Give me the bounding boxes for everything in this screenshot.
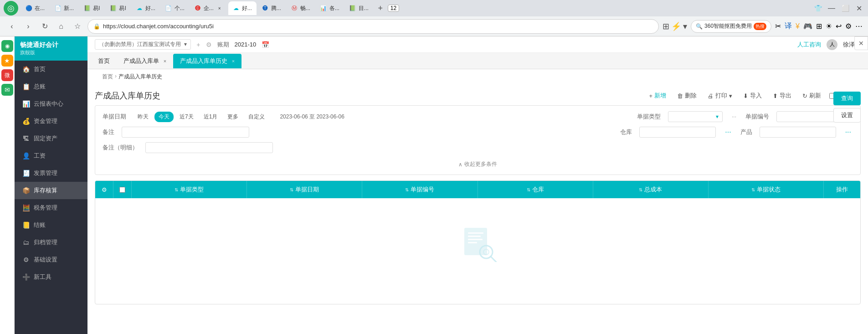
refresh-nav-button[interactable]: ↻ bbox=[38, 20, 51, 33]
theme-icon[interactable]: ☀ bbox=[826, 22, 832, 31]
company-settings-icon[interactable]: ⚙ bbox=[206, 41, 212, 48]
nav-item-home[interactable]: 🏠 首页 bbox=[15, 61, 87, 78]
select-all-checkbox[interactable] bbox=[119, 187, 125, 193]
tab-2[interactable]: 📗 易I bbox=[79, 1, 104, 15]
nav-item-closing[interactable]: 📒 结账 bbox=[15, 216, 87, 234]
nav-item-reports[interactable]: 📊 云报表中心 bbox=[15, 95, 87, 113]
date-btn-today[interactable]: 今天 bbox=[154, 112, 174, 122]
right-toolbar: ✂ 译 ¥ 🎮 ⊞ ☀ ↩ ⚙ ⋯ bbox=[775, 21, 863, 31]
nav-item-invoice[interactable]: 🧾 发票管理 bbox=[15, 164, 87, 182]
th-gear[interactable]: ⚙ bbox=[95, 181, 113, 198]
tab-0[interactable]: 🔵 在... bbox=[21, 1, 49, 15]
add-button[interactable]: + 新增 bbox=[646, 90, 669, 102]
translate-icon[interactable]: 译 bbox=[785, 21, 792, 31]
warehouse-filter-input[interactable] bbox=[639, 127, 716, 138]
remark-detail-filter-input[interactable] bbox=[145, 142, 273, 153]
import-button[interactable]: ⬇ 导入 bbox=[740, 90, 765, 102]
date-filter-label: 单据日期 bbox=[103, 113, 126, 121]
th-date[interactable]: ⇅ 单据日期 bbox=[247, 181, 362, 198]
refresh-button[interactable]: ↻ 刷新 bbox=[800, 90, 824, 102]
tab-9[interactable]: Ⓜ 畅... bbox=[287, 1, 315, 15]
user-avatar[interactable]: 人 bbox=[827, 39, 837, 50]
nav-item-tax[interactable]: 🧮 税务管理 bbox=[15, 199, 87, 216]
bookmark-button[interactable]: ☆ bbox=[71, 20, 84, 33]
yuan-icon[interactable]: ¥ bbox=[796, 22, 800, 31]
game-icon[interactable]: 🎮 bbox=[803, 22, 812, 31]
forward-button[interactable]: › bbox=[22, 20, 35, 33]
lightning-icon[interactable]: ⚡ bbox=[671, 21, 681, 31]
warehouse-dots[interactable]: ··· bbox=[723, 128, 733, 136]
breadcrumb-home[interactable]: 首页 bbox=[102, 73, 113, 81]
nav-item-salary[interactable]: 👤 工资 bbox=[15, 147, 87, 164]
search-box[interactable]: 🔍 360智能抠图免费用 热搜 bbox=[691, 20, 771, 33]
back-button[interactable]: ‹ bbox=[5, 20, 18, 33]
left-icon-star[interactable]: ★ bbox=[1, 55, 13, 67]
calendar-icon[interactable]: 📅 bbox=[262, 41, 269, 48]
nav-item-archive[interactable]: 🗂 归档管理 bbox=[15, 234, 87, 251]
nav-item-assets[interactable]: 🏗 固定资产 bbox=[15, 130, 87, 147]
add-company-button[interactable]: + bbox=[196, 41, 200, 48]
delete-button[interactable]: 🗑 删除 bbox=[674, 90, 699, 102]
user-service-label[interactable]: 人工咨询 bbox=[797, 41, 821, 49]
more-icon[interactable]: ⋯ bbox=[855, 22, 863, 31]
address-bar[interactable]: 🔒 https://cloud.chanjet.com/accounting/u… bbox=[87, 19, 659, 34]
date-btn-7days[interactable]: 近7天 bbox=[175, 112, 198, 122]
tab-3[interactable]: 📗 易I bbox=[105, 1, 130, 15]
settings-query-button[interactable]: 设置 bbox=[833, 108, 861, 123]
tab-6-close[interactable]: × bbox=[216, 5, 223, 11]
layout-icon[interactable]: ⊞ bbox=[816, 22, 822, 31]
tab-1[interactable]: 📄 新... bbox=[50, 1, 78, 15]
th-type[interactable]: ⇅ 单据类型 bbox=[132, 181, 247, 198]
nav-item-tools[interactable]: ➕ 新工具 bbox=[15, 268, 87, 286]
date-btn-yesterday[interactable]: 昨天 bbox=[134, 112, 153, 122]
product-filter-input[interactable] bbox=[760, 127, 836, 138]
print-button[interactable]: 🖨 打印 ▾ bbox=[705, 90, 735, 102]
remark-filter-input[interactable] bbox=[122, 127, 249, 138]
page-tab-home[interactable]: 首页 bbox=[91, 54, 117, 68]
th-cost[interactable]: ⇅ 总成本 bbox=[593, 181, 709, 198]
date-btn-1month[interactable]: 近1月 bbox=[200, 112, 222, 122]
company-selector[interactable]: （勿删勿禁用）江西服宝测试专用 ▾ bbox=[95, 39, 191, 50]
close-button[interactable]: ✕ bbox=[853, 3, 864, 14]
nav-item-inventory[interactable]: 📦 库存核算 bbox=[15, 182, 87, 199]
page-tab-history[interactable]: 产成品入库单历史 × bbox=[173, 54, 241, 68]
tab-5[interactable]: 📄 个... bbox=[161, 1, 189, 15]
th-status[interactable]: ⇅ 单据状态 bbox=[709, 181, 824, 198]
grid-icon[interactable]: ⊞ bbox=[663, 21, 669, 31]
type-filter-select[interactable]: ▾ bbox=[668, 111, 723, 122]
new-tab-button[interactable]: + bbox=[374, 2, 387, 15]
left-icon-mail[interactable]: ✉ bbox=[1, 84, 13, 96]
th-num[interactable]: ⇅ 单据编号 bbox=[362, 181, 478, 198]
date-btn-custom[interactable]: 自定义 bbox=[244, 112, 269, 122]
th-checkbox[interactable] bbox=[113, 181, 132, 198]
shirt-icon[interactable]: 👕 bbox=[812, 3, 823, 14]
left-icon-green[interactable]: ◉ bbox=[1, 40, 13, 52]
nav-item-ledger[interactable]: 📋 总账 bbox=[15, 78, 87, 95]
tab-11[interactable]: 📗 目... bbox=[345, 1, 373, 15]
undo-icon[interactable]: ↩ bbox=[836, 22, 842, 31]
nav-item-settings[interactable]: ⚙ 基础设置 bbox=[15, 251, 87, 268]
th-warehouse[interactable]: ⇅ 仓库 bbox=[478, 181, 593, 198]
dropdown-icon[interactable]: ▾ bbox=[683, 21, 687, 31]
home-button[interactable]: ⌂ bbox=[55, 20, 67, 33]
settings-icon[interactable]: ⚙ bbox=[845, 22, 852, 31]
date-btn-more[interactable]: 更多 bbox=[223, 112, 242, 122]
export-button[interactable]: ⬆ 导出 bbox=[770, 90, 794, 102]
tab-4[interactable]: ☁ 好... bbox=[132, 1, 160, 15]
nav-item-funds[interactable]: 💰 资金管理 bbox=[15, 113, 87, 130]
tab-active[interactable]: ☁ 好... bbox=[228, 1, 257, 15]
page-tab-list[interactable]: 产成品入库单 × bbox=[117, 54, 173, 68]
tab-8[interactable]: 🅣 腾... bbox=[257, 1, 286, 15]
page-tab-history-close[interactable]: × bbox=[232, 58, 235, 64]
left-icon-red[interactable]: 微 bbox=[1, 69, 13, 81]
query-button[interactable]: 查询 bbox=[833, 92, 861, 105]
right-panel-close[interactable]: ✕ bbox=[854, 36, 868, 50]
product-dots[interactable]: ··· bbox=[843, 128, 853, 136]
tab-6[interactable]: 🅒 企... × bbox=[190, 1, 227, 15]
collapse-button[interactable]: ∧ 收起更多条件 bbox=[458, 160, 497, 168]
minimize-button[interactable]: — bbox=[826, 3, 837, 14]
scissors-icon[interactable]: ✂ bbox=[775, 22, 781, 31]
tab-10[interactable]: 📊 各... bbox=[316, 1, 344, 15]
maximize-button[interactable]: ⬜ bbox=[840, 3, 851, 14]
page-tab-list-close[interactable]: × bbox=[164, 58, 166, 64]
